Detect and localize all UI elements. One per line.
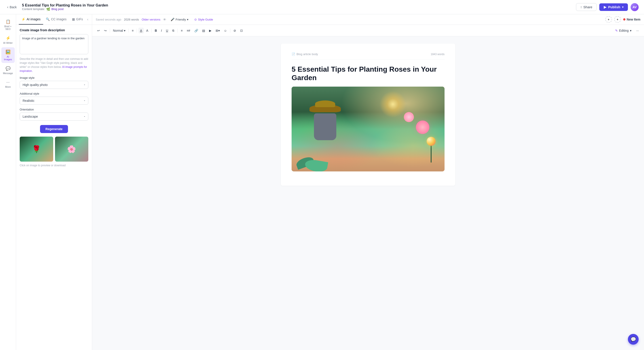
additional-style-select[interactable]: Realistic Abstract Vintage Modern: [20, 97, 88, 105]
format-label: Normal: [113, 29, 123, 32]
tab-ai-images[interactable]: ⚡ AI images: [19, 14, 43, 24]
sidebar-item-more[interactable]: ··· More: [1, 78, 15, 90]
thumbnail-1[interactable]: 🌹: [20, 137, 53, 162]
chat-icon: 💬: [630, 337, 636, 342]
publish-icon: ▶: [604, 5, 606, 9]
italic-button[interactable]: I: [160, 28, 164, 33]
gardener-hat: [310, 104, 341, 112]
doc-words-count: 1843 words: [431, 53, 444, 56]
older-versions-link[interactable]: Older versions: [142, 18, 160, 21]
ai-images-tab-icon: ⚡: [22, 17, 25, 21]
rose-petals: [427, 137, 436, 146]
orientation-label: Orientation: [20, 108, 88, 111]
regenerate-button[interactable]: Regenerate: [40, 125, 68, 133]
create-image-title: Create image from description: [20, 28, 88, 32]
subtitle: Content template: 🌿 Blog post: [22, 7, 108, 11]
chat-bubble-button[interactable]: 💬: [628, 334, 639, 345]
sidebar-item-brief-seo[interactable]: 📋 Brief + SEO: [1, 17, 15, 33]
style-guide-button[interactable]: ⊙ Style Guide: [193, 17, 214, 22]
eye-icon[interactable]: 👁: [163, 18, 166, 21]
sidebar-item-ai-images[interactable]: 🖼️ AI Images: [1, 47, 15, 63]
top-bar-left: ‹ Back 5 Essential Tips for Planting Ros…: [5, 3, 108, 11]
garden-image-inner: [292, 87, 444, 172]
image-style-select[interactable]: High quality photo Illustration Painting…: [20, 81, 88, 89]
redo-button[interactable]: ↪: [102, 28, 108, 33]
brief-seo-icon: 📋: [6, 19, 10, 24]
more-toolbar-button[interactable]: ···: [634, 28, 640, 33]
sidebar-item-ai-writer[interactable]: ⚡ AI Writer: [1, 33, 15, 46]
avatar[interactable]: AV: [630, 3, 639, 11]
gardener-body: [314, 113, 336, 140]
editing-mode-button[interactable]: ✎ Editing ▾: [613, 28, 634, 33]
link-button[interactable]: 🔗: [193, 28, 200, 33]
garden-image: [292, 87, 444, 172]
back-button[interactable]: ‹ Back: [5, 4, 18, 10]
toolbar-separator-6: [230, 28, 230, 33]
image-button[interactable]: ▤: [200, 28, 206, 33]
doc-status: Saved seconds ago 2026 words Older versi…: [96, 17, 215, 22]
sidebar-label-brief-seo: Brief + SEO: [3, 25, 13, 30]
mic-icon: 🎤: [170, 18, 174, 21]
pink-rose-background: [416, 121, 429, 134]
tab-gifs[interactable]: ▦ GIFs: [69, 14, 86, 24]
bullet-list-button[interactable]: ≡: [179, 28, 184, 33]
highlight-button[interactable]: A: [145, 28, 150, 33]
table-button[interactable]: ⊞▾: [214, 28, 222, 33]
image-description-textarea[interactable]: Image of a gardner tending to rose in th…: [20, 34, 88, 54]
top-bar: ‹ Back 5 Essential Tips for Planting Ros…: [0, 0, 644, 14]
orientation-select[interactable]: Landscape Portrait Square: [20, 113, 88, 121]
align-button[interactable]: ≡: [130, 28, 135, 33]
pink-rose-background-2: [404, 112, 414, 122]
copy-button[interactable]: ⊡: [238, 28, 244, 33]
play-button[interactable]: ▶: [208, 28, 213, 33]
emoji-button[interactable]: ☺: [222, 28, 228, 33]
style-guide-circle-icon: ⊙: [194, 18, 197, 21]
thumbnail-2[interactable]: 🌸: [55, 137, 88, 162]
invite-user-2-button[interactable]: +: [614, 16, 621, 23]
style-guide-label: Style Guide: [198, 18, 213, 21]
back-icon: ‹: [7, 5, 8, 9]
bold-button[interactable]: B: [153, 28, 158, 33]
sidebar-item-message[interactable]: 💬 Message: [1, 64, 15, 77]
doc-label: 📄 Blog article body 1843 words: [292, 52, 444, 60]
pencil-icon: ✎: [615, 29, 618, 32]
blog-post-link[interactable]: Blog post: [52, 7, 64, 11]
editing-chevron-icon: ▾: [630, 29, 632, 32]
sun-glow: [380, 91, 406, 118]
strikethrough-button[interactable]: S: [170, 28, 176, 33]
tab-cc-images[interactable]: 🔍 CC images: [43, 14, 69, 24]
orientation-group: Orientation Landscape Portrait Square: [20, 108, 88, 121]
undo-button[interactable]: ↩: [96, 28, 102, 33]
underline-button[interactable]: U: [164, 28, 170, 33]
editor-toolbar: ↩ ↪ Normal ▾ ≡ A A B I U S ≡ ≡# 🔗 ▤ ▶ ⊞▾…: [92, 25, 644, 36]
friendly-label: Friendly: [176, 18, 186, 21]
page-title: 5 Essential Tips for Planting Roses in Y…: [22, 3, 108, 7]
editor-content[interactable]: 📄 Blog article body 1843 words 5 Essenti…: [92, 36, 644, 350]
new-item-label: New Item: [627, 18, 640, 21]
toolbar-separator-5: [177, 28, 178, 33]
friendly-button[interactable]: 🎤 Friendly ▾: [169, 17, 190, 22]
description-hint: Describe the image in detail and then us…: [20, 57, 88, 73]
ai-prompts-link[interactable]: AI image prompts for inspiration.: [20, 65, 87, 73]
invite-user-1-button[interactable]: +: [605, 16, 612, 23]
additional-style-group: Additional style Realistic Abstract Vint…: [20, 92, 88, 105]
publish-label: Publish: [608, 5, 620, 9]
cc-images-tab-icon: 🔍: [46, 17, 50, 21]
editing-label: Editing: [619, 29, 629, 32]
icon-sidebar: 📋 Brief + SEO ⚡ AI Writer 🖼️ AI Images 💬…: [0, 14, 16, 350]
saved-label: Saved seconds ago: [96, 18, 121, 21]
top-bar-right: ↑ Share ▶ Publish ▾ AV: [576, 3, 639, 11]
sidebar-label-ai-writer: AI Writer: [3, 41, 13, 44]
new-item-badge: New Item: [623, 18, 640, 21]
tab-ai-images-label: AI images: [26, 17, 40, 21]
format-dropdown[interactable]: Normal ▾: [112, 28, 127, 33]
publish-button[interactable]: ▶ Publish ▾: [599, 3, 628, 11]
panel-collapse-button[interactable]: ‹: [86, 16, 89, 22]
doc-title: 5 Essential Tips for Planting Roses in Y…: [292, 65, 444, 82]
share-button[interactable]: ↑ Share: [576, 3, 596, 11]
sidebar-label-message: Message: [3, 72, 13, 75]
gifs-tab-icon: ▦: [72, 17, 75, 21]
numbered-list-button[interactable]: ≡#: [185, 28, 192, 33]
cut-button[interactable]: ⊘: [232, 28, 238, 33]
text-color-button[interactable]: A: [138, 28, 144, 33]
